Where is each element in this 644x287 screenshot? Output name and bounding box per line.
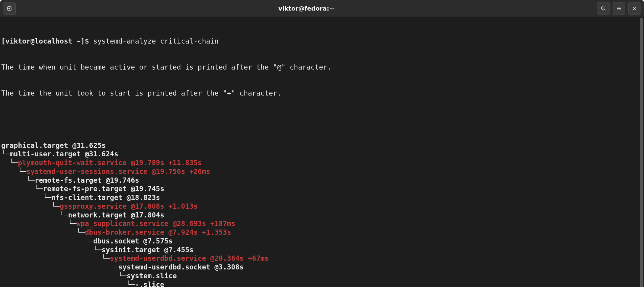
terminal-window: viktor@fedora:~: [0, 0, 644, 287]
tree-line: └─remote-fs.target @19.746s: [1, 176, 643, 185]
blank-line: [1, 115, 643, 124]
tree-branch-icon: └─: [1, 211, 68, 219]
tree-line: └─system.slice: [1, 272, 643, 280]
unit-entry: network.target @17.804s: [68, 211, 165, 219]
explain-line-2: The time the unit took to start is print…: [1, 89, 643, 98]
tree-line: └─systemd-user-sessions.service @19.756s…: [1, 167, 643, 176]
unit-entry: multi-user.target @31.624s: [10, 150, 118, 158]
critical-chain-tree: graphical.target @31.625s└─multi-user.ta…: [1, 141, 643, 287]
unit-entry: systemd-user-sessions.service @19.756s +…: [26, 168, 210, 175]
terminal-viewport[interactable]: [viktor@localhost ~]$ systemd-analyze cr…: [0, 17, 644, 287]
tree-line: └─dbus.socket @7.575s: [1, 237, 643, 246]
unit-entry: wpa_supplicant.service @28.693s +187ms: [76, 220, 235, 227]
hamburger-icon: [616, 6, 622, 11]
unit-entry: system.slice: [127, 272, 177, 280]
tree-branch-icon: └─: [1, 202, 60, 210]
window-title: viktor@fedora:~: [16, 5, 597, 12]
scrollbar-thumb[interactable]: [640, 18, 643, 287]
close-button[interactable]: [628, 2, 641, 15]
svg-point-3: [601, 7, 604, 9]
vertical-scrollbar[interactable]: [640, 17, 643, 287]
tree-branch-icon: └─: [1, 168, 26, 175]
search-icon: [601, 6, 606, 11]
tree-branch-icon: └─: [1, 237, 93, 245]
tree-branch-icon: └─: [1, 185, 43, 193]
tree-branch-icon: └─: [1, 263, 118, 271]
unit-entry: remote-fs.target @19.746s: [35, 176, 139, 184]
tree-line: └─gssproxy.service @17.808s +1.013s: [1, 202, 643, 211]
menu-button[interactable]: [613, 2, 625, 15]
tree-line: └─multi-user.target @31.624s: [1, 150, 643, 158]
search-button[interactable]: [597, 2, 610, 15]
tree-line: └─dbus-broker.service @7.924s +1.353s: [1, 228, 643, 237]
tree-branch-icon: └─: [1, 194, 51, 201]
titlebar: viktor@fedora:~: [0, 0, 644, 17]
unit-entry: remote-fs-pre.target @19.745s: [43, 185, 164, 193]
tree-line: └─network.target @17.804s: [1, 211, 643, 220]
unit-entry: dbus.socket @7.575s: [93, 237, 173, 245]
tree-branch-icon: └─: [1, 150, 10, 158]
tree-branch-icon: └─: [1, 176, 35, 184]
shell-prompt: [viktor@localhost ~]$: [1, 37, 93, 45]
explain-line-1: The time when unit became active or star…: [1, 63, 643, 72]
new-tab-icon: [7, 6, 12, 11]
tree-line: └─nfs-client.target @18.823s: [1, 193, 643, 202]
tree-line: └─plymouth-quit-wait.service @19.789s +1…: [1, 158, 643, 167]
tree-branch-icon: └─: [1, 220, 76, 227]
unit-entry: dbus-broker.service @7.924s +1.353s: [85, 228, 231, 236]
tree-branch-icon: └─: [1, 281, 135, 287]
tree-branch-icon: └─: [1, 159, 18, 167]
tree-line: └─systemd-userdbd.service @20.364s +67ms: [1, 254, 643, 263]
tree-line: └─sysinit.target @7.455s: [1, 246, 643, 254]
svg-line-4: [604, 9, 605, 11]
tree-line: └─remote-fs-pre.target @19.745s: [1, 184, 643, 193]
unit-entry: graphical.target @31.625s: [1, 142, 106, 149]
tree-line: graphical.target @31.625s: [1, 141, 643, 150]
unit-entry: gssproxy.service @17.808s +1.013s: [60, 202, 198, 210]
tree-branch-icon: └─: [1, 246, 101, 254]
tree-branch-icon: └─: [1, 254, 110, 262]
tree-line: └─-.slice: [1, 280, 643, 287]
tree-line: └─wpa_supplicant.service @28.693s +187ms: [1, 219, 643, 228]
tree-branch-icon: └─: [1, 272, 127, 280]
typed-command: systemd-analyze critical-chain: [93, 37, 219, 45]
new-tab-button[interactable]: [3, 2, 16, 15]
unit-entry: sysinit.target @7.455s: [101, 246, 194, 254]
unit-entry: plymouth-quit-wait.service @19.789s +11.…: [18, 159, 202, 167]
tree-branch-icon: └─: [1, 228, 85, 236]
tree-line: └─systemd-userdbd.socket @3.308s: [1, 263, 643, 272]
unit-entry: -.slice: [135, 281, 164, 287]
close-icon: [632, 6, 637, 11]
unit-entry: nfs-client.target @18.823s: [51, 194, 160, 201]
unit-entry: systemd-userdbd.socket @3.308s: [118, 263, 244, 271]
command-line: [viktor@localhost ~]$ systemd-analyze cr…: [1, 37, 643, 46]
unit-entry: systemd-userdbd.service @20.364s +67ms: [110, 254, 269, 262]
